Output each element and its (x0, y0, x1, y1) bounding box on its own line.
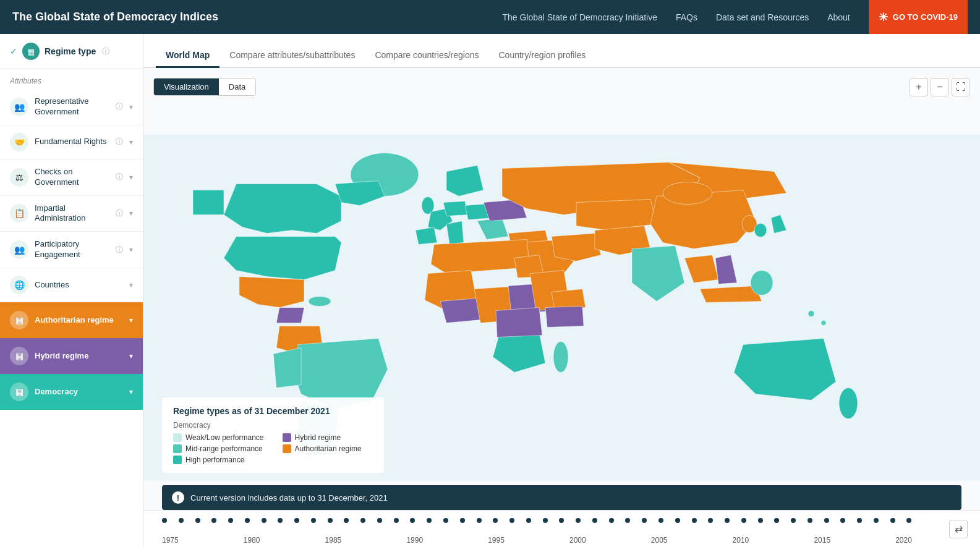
timeline-dot-18[interactable] (460, 518, 465, 523)
legend-item-mid: Mid-range performance (173, 444, 264, 453)
timeline-dot-45[interactable] (906, 518, 911, 523)
timeline-dot-35[interactable] (741, 518, 746, 523)
visualization-button[interactable]: Visualization (154, 78, 219, 95)
timeline-dot-38[interactable] (791, 518, 796, 523)
sidebar-regime-type[interactable]: ✓ ▦ Regime type ⓘ (0, 34, 143, 69)
timeline-dot-16[interactable] (427, 518, 432, 523)
nav-item-initiative[interactable]: The Global State of Democracy Initiative (502, 12, 657, 22)
data-button[interactable]: Data (219, 78, 255, 95)
sidebar-item-countries[interactable]: 🌐 Countries ▾ (0, 268, 143, 302)
tab-compare-attributes[interactable]: Compare attributes/subattributes (219, 44, 365, 68)
covid-label: GO TO COVID-19 (893, 12, 958, 22)
legend-label-authoritarian: Authoritarian regime (295, 444, 362, 453)
timeline-dot-14[interactable] (394, 518, 399, 523)
tab-compare-countries[interactable]: Compare countries/regions (365, 44, 488, 68)
timeline-year-1990: 1990 (406, 536, 423, 545)
timeline-dot-15[interactable] (410, 518, 415, 523)
timeline-dot-30[interactable] (658, 518, 663, 523)
sidebar-section-authoritarian[interactable]: ▦ Authoritarian regime ▾ (0, 302, 143, 338)
timeline-dot-41[interactable] (840, 518, 845, 523)
timeline-dot-20[interactable] (493, 518, 498, 523)
timeline-nav-button[interactable]: ⇄ (949, 520, 968, 538)
svg-point-7 (663, 182, 712, 205)
impartial-admin-info-icon: ⓘ (116, 208, 123, 219)
timeline: 1975 1980 1985 1990 1995 2000 2005 2010 … (143, 510, 980, 547)
fullscreen-button[interactable]: ⛶ (952, 78, 970, 96)
legend: Regime types as of 31 December 2021 Demo… (162, 397, 384, 473)
tab-world-map[interactable]: World Map (156, 44, 219, 68)
info-bar: ! Current version includes data up to 31… (162, 485, 961, 510)
timeline-dot-3[interactable] (211, 518, 216, 523)
timeline-dot-10[interactable] (328, 518, 333, 523)
checks-govt-label: Checks on Government (35, 167, 108, 188)
timeline-dot-12[interactable] (360, 518, 365, 523)
timeline-dot-40[interactable] (824, 518, 829, 523)
nav-item-about[interactable]: About (827, 12, 850, 22)
header: The Global State of Democracy Indices Th… (0, 0, 980, 34)
sidebar-item-impartial-administration[interactable]: 📋 Impartial Administration ⓘ ▾ (0, 196, 143, 232)
timeline-dot-39[interactable] (807, 518, 812, 523)
legend-subtitle: Democracy (173, 421, 373, 430)
timeline-dot-0[interactable] (162, 518, 167, 523)
sidebar-section-hybrid[interactable]: ▦ Hybrid regime ▾ (0, 338, 143, 374)
timeline-dot-8[interactable] (294, 518, 299, 523)
sidebar-item-fundamental-rights[interactable]: 🤝 Fundamental Rights ⓘ ▾ (0, 125, 143, 159)
fundamental-rights-arrow: ▾ (129, 138, 133, 146)
fundamental-rights-icon: 🤝 (10, 133, 28, 151)
timeline-dot-19[interactable] (477, 518, 482, 523)
timeline-dot-26[interactable] (592, 518, 597, 523)
timeline-year-2015: 2015 (814, 536, 830, 545)
timeline-dot-21[interactable] (509, 518, 514, 523)
timeline-dot-25[interactable] (576, 518, 581, 523)
covid-button[interactable]: ✳ GO TO COVID-19 (869, 0, 968, 34)
timeline-dot-34[interactable] (725, 518, 730, 523)
legend-item-hybrid: Hybrid regime (283, 433, 373, 442)
sidebar-section-democracy[interactable]: ▦ Democracy ▾ (0, 374, 143, 410)
timeline-dot-33[interactable] (708, 518, 713, 523)
impartial-admin-label: Impartial Administration (35, 203, 108, 224)
timeline-dot-4[interactable] (228, 518, 233, 523)
hybrid-label: Hybrid regime (35, 351, 123, 362)
timeline-dot-44[interactable] (890, 518, 895, 523)
zoom-out-button[interactable]: − (931, 78, 949, 96)
timeline-dot-1[interactable] (179, 518, 184, 523)
timeline-dot-23[interactable] (543, 518, 548, 523)
timeline-dot-27[interactable] (609, 518, 614, 523)
timeline-dot-31[interactable] (675, 518, 680, 523)
timeline-dot-5[interactable] (245, 518, 250, 523)
nav-item-faqs[interactable]: FAQs (676, 12, 697, 22)
nav-item-dataset[interactable]: Data set and Resources (716, 12, 809, 22)
timeline-dot-32[interactable] (692, 518, 697, 523)
timeline-year-2020: 2020 (895, 536, 912, 545)
timeline-dot-22[interactable] (526, 518, 531, 523)
timeline-dot-29[interactable] (642, 518, 647, 523)
hybrid-arrow: ▾ (129, 352, 133, 360)
legend-label-hybrid: Hybrid regime (295, 433, 341, 442)
timeline-dot-42[interactable] (857, 518, 862, 523)
legend-item-high: High performance (173, 456, 264, 464)
timeline-dot-17[interactable] (443, 518, 448, 523)
timeline-dot-28[interactable] (625, 518, 630, 523)
legend-item-authoritarian: Authoritarian regime (283, 444, 373, 453)
legend-swatch-weak (173, 433, 182, 442)
timeline-dot-11[interactable] (344, 518, 349, 523)
timeline-dot-43[interactable] (874, 518, 879, 523)
timeline-dot-2[interactable] (195, 518, 200, 523)
sidebar-item-checks-government[interactable]: ⚖ Checks on Government ⓘ ▾ (0, 159, 143, 196)
timeline-dot-37[interactable] (774, 518, 779, 523)
timeline-dot-6[interactable] (262, 518, 266, 523)
timeline-dot-7[interactable] (278, 518, 283, 523)
democracy-arrow: ▾ (129, 388, 133, 396)
timeline-dot-36[interactable] (758, 518, 763, 523)
tab-country-profiles[interactable]: Country/region profiles (489, 44, 596, 68)
timeline-dot-24[interactable] (559, 518, 564, 523)
authoritarian-icon: ▦ (10, 311, 28, 329)
sidebar-item-participatory-engagement[interactable]: 👥 Participatory Engagement ⓘ ▾ (0, 232, 143, 268)
zoom-in-button[interactable]: + (910, 78, 928, 96)
timeline-dot-13[interactable] (377, 518, 382, 523)
timeline-dot-9[interactable] (311, 518, 316, 523)
timeline-year-1995: 1995 (488, 536, 505, 545)
attributes-label: Attributes (0, 69, 143, 89)
sidebar-item-representative-government[interactable]: 👥 Representative Government ⓘ ▾ (0, 89, 143, 125)
regime-type-label: Regime type (45, 46, 96, 56)
